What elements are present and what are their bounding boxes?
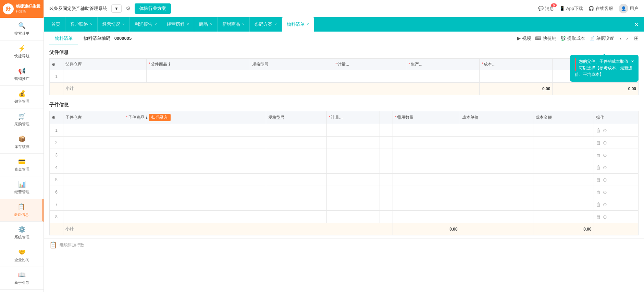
parent-qty-cell[interactable] xyxy=(333,70,406,83)
prev-btn[interactable]: ‹ xyxy=(618,35,624,42)
tab-bar-close[interactable]: ✕ xyxy=(631,21,641,28)
child-goods-cell[interactable] xyxy=(124,161,266,174)
sidebar-item-guide[interactable]: 📖新手引导 xyxy=(0,267,44,290)
child-warehouse-cell[interactable] xyxy=(63,161,124,174)
sidebar-item-enterprise[interactable]: 🤝企业协同 xyxy=(0,244,44,267)
parent-spec-cell[interactable] xyxy=(250,70,333,83)
copy-icon[interactable]: ⊙ xyxy=(603,152,607,158)
tab-history-close[interactable]: × xyxy=(187,22,189,27)
copy-icon[interactable]: ⊙ xyxy=(603,140,607,145)
child-goods-cell[interactable] xyxy=(124,198,266,211)
child-warehouse-cell[interactable] xyxy=(63,211,124,223)
sidebar-item-inventory[interactable]: 📦库存核算 xyxy=(0,131,44,154)
sidebar-item-basic_info[interactable]: 📋基础信息 xyxy=(0,199,44,222)
video-btn[interactable]: ▶ 视频 xyxy=(517,35,531,42)
child-unit-cost-cell[interactable] xyxy=(460,198,520,211)
delete-icon[interactable]: 🗑 xyxy=(596,128,601,133)
child-goods-cell[interactable] xyxy=(124,149,266,161)
tab-home[interactable]: 首页 xyxy=(47,17,65,32)
delete-icon[interactable]: 🗑 xyxy=(596,152,601,158)
child-goods-cell[interactable] xyxy=(124,211,266,223)
next-btn[interactable]: › xyxy=(624,35,630,42)
child-warehouse-cell[interactable] xyxy=(63,149,124,161)
parent-cost-cell[interactable] xyxy=(479,70,553,83)
child-qty-unit-cell[interactable] xyxy=(326,149,380,161)
copy-icon[interactable]: ⊙ xyxy=(603,128,607,133)
child-goods-cell[interactable] xyxy=(124,124,266,137)
child-req-qty-cell[interactable] xyxy=(393,124,460,137)
tab-customer-close[interactable]: × xyxy=(90,22,92,27)
sidebar-item-operation_mgr[interactable]: 📊经营管理 xyxy=(0,176,44,199)
child-goods-cell[interactable] xyxy=(124,186,266,198)
tab-new_goods-close[interactable]: × xyxy=(242,22,245,27)
cost-btn[interactable]: 💱 提取成本 xyxy=(560,35,585,42)
child-qty-unit-cell[interactable] xyxy=(326,198,380,211)
delete-icon[interactable]: 🗑 xyxy=(596,140,601,145)
tab-barcode[interactable]: 条码方案× xyxy=(250,17,282,32)
child-req-qty-cell[interactable] xyxy=(393,161,460,174)
child-warehouse-cell[interactable] xyxy=(63,174,124,186)
child-req-qty-cell[interactable] xyxy=(393,137,460,149)
tab-profit[interactable]: 利润报告× xyxy=(130,17,162,32)
child-spec-cell[interactable] xyxy=(266,161,326,174)
delete-icon[interactable]: 🗑 xyxy=(596,189,601,195)
child-unit-cost-cell[interactable] xyxy=(460,211,520,223)
app-download-action[interactable]: 📱 App下载 xyxy=(559,5,583,12)
child-spec-cell[interactable] xyxy=(266,174,326,186)
sub-tab-bom-code[interactable]: 物料清单编码 0000005 xyxy=(78,32,137,45)
tab-profit-close[interactable]: × xyxy=(154,22,157,27)
system-dropdown[interactable]: ▼ xyxy=(111,4,122,13)
online-service-action[interactable]: 🎧 在线客服 xyxy=(589,5,613,12)
sidebar-item-search[interactable]: 🔍搜索菜单 xyxy=(0,18,44,40)
child-spec-cell[interactable] xyxy=(266,186,326,198)
sidebar-item-purchase[interactable]: 🛒采购管理 xyxy=(0,108,44,131)
sub-tab-bom-list[interactable]: 物料清单 xyxy=(49,32,78,45)
tab-barcode-close[interactable]: × xyxy=(274,22,277,27)
child-warehouse-cell[interactable] xyxy=(63,198,124,211)
parent-goods-cell[interactable] xyxy=(146,70,250,83)
child-spec-cell[interactable] xyxy=(266,137,326,149)
child-spec-cell[interactable] xyxy=(266,124,326,137)
message-action[interactable]: 💬 消息 6 xyxy=(538,5,554,12)
copy-icon[interactable]: ⊙ xyxy=(603,202,607,207)
sidebar-item-marketing[interactable]: 📢营销推广 xyxy=(0,63,44,86)
tab-history[interactable]: 经营历程× xyxy=(162,17,194,32)
child-unit-cost-cell[interactable] xyxy=(460,137,520,149)
child-req-qty-cell[interactable] xyxy=(393,149,460,161)
delete-icon[interactable]: 🗑 xyxy=(596,202,601,207)
child-unit-cost-cell[interactable] xyxy=(460,161,520,174)
settings-btn[interactable]: 📄 单据设置 xyxy=(589,35,614,42)
gear-icon[interactable]: ⚙ xyxy=(126,5,131,12)
child-qty-unit-cell[interactable] xyxy=(326,211,380,223)
child-req-qty-cell[interactable] xyxy=(393,186,460,198)
delete-icon[interactable]: 🗑 xyxy=(596,177,601,183)
user-action[interactable]: 👤 用户 xyxy=(619,4,639,13)
tab-new_goods[interactable]: 新增商品× xyxy=(218,17,250,32)
copy-icon[interactable]: ⊙ xyxy=(603,177,607,183)
tab-customer[interactable]: 客户联络× xyxy=(65,17,98,32)
sidebar-item-system[interactable]: ⚙️系统管理 xyxy=(0,222,44,244)
add-row-label[interactable]: 继续添加行数 xyxy=(60,242,84,248)
sidebar-item-finance[interactable]: 💳资金管理 xyxy=(0,154,44,176)
tab-operation-close[interactable]: × xyxy=(122,22,125,27)
parent-production-cell[interactable] xyxy=(406,70,480,83)
child-goods-cell[interactable] xyxy=(124,137,266,149)
copy-icon[interactable]: ⊙ xyxy=(603,214,607,220)
tab-bom-close[interactable]: × xyxy=(307,22,309,27)
parent-warehouse-cell[interactable] xyxy=(63,70,147,83)
child-unit-cost-cell[interactable] xyxy=(460,124,520,137)
grid-view-icon[interactable]: ⊞ xyxy=(634,35,639,42)
child-warehouse-cell[interactable] xyxy=(63,124,124,137)
child-spec-cell[interactable] xyxy=(266,211,326,223)
child-goods-cell[interactable] xyxy=(124,174,266,186)
tab-goods[interactable]: 商品× xyxy=(194,17,218,32)
child-req-qty-cell[interactable] xyxy=(393,174,460,186)
child-unit-cost-cell[interactable] xyxy=(460,149,520,161)
child-warehouse-cell[interactable] xyxy=(63,186,124,198)
trial-button[interactable]: 体验行业方案 xyxy=(135,3,171,14)
child-qty-unit-cell[interactable] xyxy=(326,137,380,149)
shortcut-btn[interactable]: ⌨ 快捷键 xyxy=(535,35,556,42)
child-unit-cost-cell[interactable] xyxy=(460,174,520,186)
child-spec-cell[interactable] xyxy=(266,198,326,211)
child-qty-unit-cell[interactable] xyxy=(326,174,380,186)
